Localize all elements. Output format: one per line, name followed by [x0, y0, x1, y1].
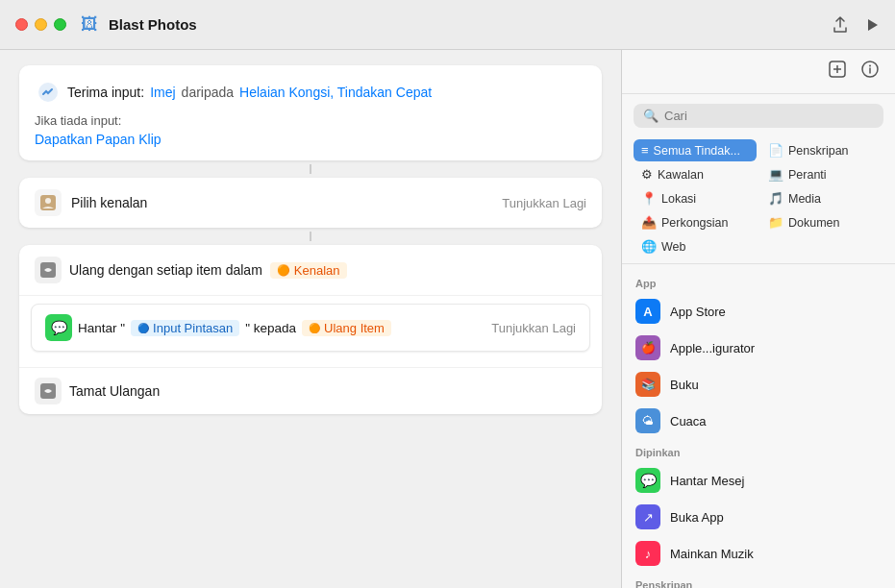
right-panel-toolbar	[622, 50, 895, 94]
svg-marker-0	[868, 19, 878, 31]
add-action-button[interactable]	[828, 60, 847, 84]
tab-peranti-icon: 💻	[768, 167, 783, 182]
mainkan-muzik-label: Mainkan Muzik	[670, 547, 754, 561]
tab-media-label: Media	[788, 192, 821, 206]
tab-web-icon: 🌐	[641, 239, 657, 254]
input-pintasan-icon: 🔵	[137, 323, 149, 333]
connector-2	[19, 232, 602, 241]
tab-penskripan-label: Penskripan	[788, 144, 849, 158]
close-button[interactable]	[15, 18, 28, 31]
workflow-panel: Terima input: Imej daripada Helaian Kong…	[0, 50, 621, 588]
search-input[interactable]	[664, 109, 874, 123]
right-panel: 🔍 ≡ Semua Tindak... 📄 Penskripan ⚙ Kawal…	[621, 50, 895, 588]
tab-semua-label: Semua Tindak...	[654, 144, 740, 158]
tab-dokumen-label: Dokumen	[788, 216, 840, 230]
hantar-mesej-icon: 💬	[635, 468, 660, 493]
tab-perkongsian-label: Perkongsian	[661, 216, 729, 230]
tab-lokasi[interactable]: 📍 Lokasi	[634, 187, 757, 209]
action-mainkan-muzik[interactable]: ♪ Mainkan Muzik	[622, 535, 895, 572]
action-buku[interactable]: 📚 Buku	[622, 366, 895, 403]
input-pintasan-label: Input Pintasan	[153, 321, 233, 335]
hantar-icon: 💬	[45, 314, 72, 341]
buku-icon: 📚	[635, 372, 660, 397]
pick-contact-label: Pilih kenalan	[71, 195, 147, 210]
cuaca-label: Cuaca	[670, 414, 707, 429]
connector-line-1	[310, 164, 311, 174]
input-row: Terima input: Imej daripada Helaian Kong…	[35, 79, 586, 106]
tab-peranti-label: Peranti	[788, 168, 827, 182]
tab-penskripan[interactable]: 📄 Penskripan	[760, 139, 883, 161]
traffic-lights	[15, 18, 66, 31]
mainkan-muzik-icon: ♪	[635, 541, 660, 566]
input-pintasan-tag[interactable]: 🔵 Input Pintasan	[131, 320, 239, 336]
action-cuaca[interactable]: 🌤 Cuaca	[622, 403, 895, 439]
kenalan-tag-label: Kenalan	[294, 263, 340, 278]
tab-media[interactable]: 🎵 Media	[760, 187, 883, 209]
if-no-input-label: Jika tiada input:	[35, 113, 586, 128]
action-apple-igurator[interactable]: 🍎 Apple...igurator	[622, 330, 895, 366]
tab-peranti[interactable]: 💻 Peranti	[760, 163, 883, 185]
ulang-item-label: Ulang Item	[324, 321, 385, 335]
loop-card: Ulang dengan setiap item dalam 🟠 Kenalan…	[19, 245, 602, 414]
input-label: Terima input:	[67, 85, 144, 100]
app-store-label: App Store	[670, 305, 726, 319]
actions-list: App A App Store 🍎 Apple...igurator 📚 Buk…	[622, 264, 895, 588]
tab-perkongsian-icon: 📤	[641, 215, 657, 230]
buku-label: Buku	[670, 378, 699, 392]
apple-igurator-icon: 🍎	[635, 335, 660, 360]
kenalan-tag-icon: 🟠	[277, 264, 290, 277]
pick-contact-show-more[interactable]: Tunjukkan Lagi	[502, 196, 586, 210]
tab-media-icon: 🎵	[768, 191, 783, 206]
inner-content: 💬 Hantar " 🔵 Input Pintasan " kepada 🟠 U…	[45, 314, 391, 341]
category-tabs: ≡ Semua Tindak... 📄 Penskripan ⚙ Kawalan…	[622, 134, 895, 264]
pick-contact-icon	[35, 189, 62, 216]
app-store-icon: A	[635, 299, 660, 324]
svg-point-3	[45, 198, 51, 204]
share-button[interactable]	[832, 16, 849, 34]
action-hantar-mesej[interactable]: 💬 Hantar Mesej	[622, 462, 895, 499]
minimize-button[interactable]	[35, 18, 47, 31]
play-button[interactable]	[864, 17, 880, 33]
section-dipinkan-label: Dipinkan	[622, 439, 895, 462]
ulang-item-icon: 🟠	[309, 323, 320, 333]
tab-dokumen[interactable]: 📁 Dokumen	[760, 211, 883, 233]
loop-footer-label: Tamat Ulangan	[69, 383, 160, 399]
cuaca-icon: 🌤	[635, 408, 660, 433]
tab-web[interactable]: 🌐 Web	[634, 235, 757, 257]
action-buka-app[interactable]: ↗ Buka App	[622, 499, 895, 535]
loop-inner: 💬 Hantar " 🔵 Input Pintasan " kepada 🟠 U…	[31, 304, 590, 352]
loop-icon	[35, 257, 62, 283]
input-sources-tag[interactable]: Helaian Kongsi, Tindakan Cepat	[239, 85, 432, 100]
hantar-icon-char: 💬	[51, 320, 67, 335]
tab-penskripan-icon: 📄	[768, 143, 783, 158]
loop-inner-spacer	[19, 359, 602, 367]
titlebar-actions	[832, 16, 880, 34]
input-type-tag[interactable]: Imej	[150, 85, 175, 100]
input-card-icon	[35, 79, 62, 106]
titlebar: 🖼 Blast Photos	[0, 0, 895, 50]
kenalan-tag[interactable]: 🟠 Kenalan	[270, 262, 347, 279]
section-penskripan-label: Penskripan	[622, 572, 895, 588]
tab-perkongsian[interactable]: 📤 Perkongsian	[634, 211, 757, 233]
tab-lokasi-icon: 📍	[641, 191, 657, 206]
info-button[interactable]	[860, 60, 880, 84]
inner-show-more[interactable]: Tunjukkan Lagi	[491, 321, 576, 335]
apple-igurator-label: Apple...igurator	[670, 341, 755, 355]
pick-contact-left: Pilih kenalan	[35, 189, 147, 216]
get-clipboard-link[interactable]: Dapatkan Papan Klip	[35, 132, 586, 147]
section-app-label: App	[622, 270, 895, 293]
loop-prefix: Ulang dengan setiap item dalam	[69, 262, 262, 278]
tab-kawalan-icon: ⚙	[641, 167, 653, 182]
app-icon: 🖼	[78, 13, 101, 37]
tab-kawalan[interactable]: ⚙ Kawalan	[634, 163, 757, 185]
maximize-button[interactable]	[54, 18, 66, 31]
tab-dokumen-icon: 📁	[768, 215, 783, 230]
tab-web-label: Web	[661, 240, 685, 254]
action-app-store[interactable]: A App Store	[622, 293, 895, 330]
main-content: Terima input: Imej daripada Helaian Kong…	[0, 50, 895, 588]
tab-semua[interactable]: ≡ Semua Tindak...	[634, 139, 757, 161]
search-bar[interactable]: 🔍	[634, 104, 883, 128]
ulang-item-tag[interactable]: 🟠 Ulang Item	[302, 320, 391, 336]
app-title: Blast Photos	[109, 16, 197, 33]
loop-header: Ulang dengan setiap item dalam 🟠 Kenalan	[19, 245, 602, 296]
